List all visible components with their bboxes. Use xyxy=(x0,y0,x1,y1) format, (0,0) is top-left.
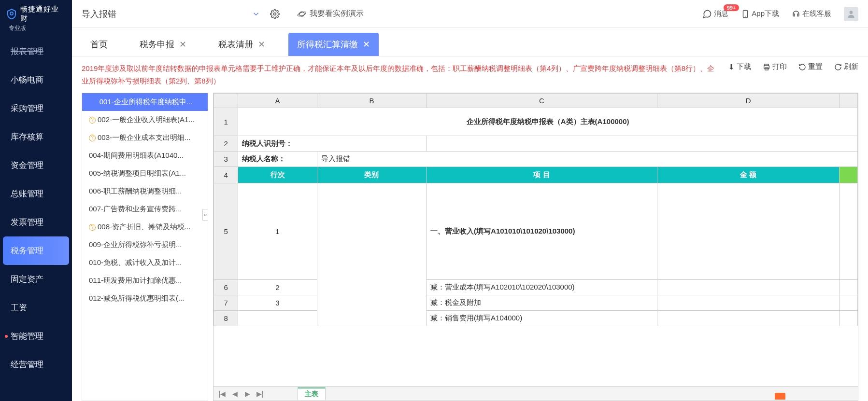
print-button[interactable]: 打印 xyxy=(763,62,787,71)
cell-rownum-3[interactable]: 3 xyxy=(238,295,317,311)
cell-rownum-1[interactable]: 1 xyxy=(238,183,317,280)
form-item-006[interactable]: 006-职工薪酬纳税调整明细... xyxy=(82,182,208,200)
print-icon xyxy=(763,63,770,71)
header-rownum[interactable]: 行次 xyxy=(238,167,317,183)
download-button[interactable]: ⬇下载 xyxy=(728,62,751,71)
reset-icon xyxy=(798,63,806,71)
taxpayer-name-label[interactable]: 纳税人名称： xyxy=(238,152,317,167)
header-category[interactable]: 类别 xyxy=(317,167,426,183)
cell-extra-1[interactable] xyxy=(840,183,858,280)
form-item-010[interactable]: 010-免税、减计收入及加计... xyxy=(82,254,208,272)
form-item-009[interactable]: 009-企业所得税弥补亏损明... xyxy=(82,236,208,254)
form-item-012[interactable]: 012-减免所得税优惠明细表(... xyxy=(82,290,208,307)
col-A[interactable]: A xyxy=(238,94,317,108)
sidebar-item-ledger[interactable]: 总账管理 xyxy=(0,180,72,208)
cell-item-1[interactable]: 一、营业收入(填写A101010\101020\103000) xyxy=(427,183,657,280)
form-item-003[interactable]: ?003-一般企业成本支出明细... xyxy=(82,129,208,147)
sidebar-item-smart[interactable]: 智能管理 xyxy=(0,322,72,350)
form-item-007[interactable]: 007-广告费和业务宣传费跨... xyxy=(82,200,208,218)
sheet-footer: |◀ ◀ ▶ ▶| 主表 xyxy=(213,386,858,401)
prev-icon[interactable]: ◀ xyxy=(231,390,239,398)
message-badge: 99+ xyxy=(724,4,740,11)
row-2[interactable]: 2 xyxy=(214,136,238,152)
cell-amount-2[interactable] xyxy=(657,280,839,295)
cell-category[interactable] xyxy=(317,183,426,326)
message-icon xyxy=(702,9,712,19)
row-4[interactable]: 4 xyxy=(214,167,238,183)
first-icon[interactable]: |◀ xyxy=(218,390,226,398)
cell-extra-2[interactable] xyxy=(840,280,858,295)
cell-amount-4[interactable] xyxy=(657,311,839,326)
row-5[interactable]: 5 xyxy=(214,183,238,280)
col-C[interactable]: C xyxy=(427,94,657,108)
form-item-002[interactable]: ?002-一般企业收入明细表(A1... xyxy=(82,111,208,129)
download-button[interactable]: App下载 xyxy=(741,9,779,18)
tab-home[interactable]: 首页 xyxy=(82,33,116,56)
sidebar-item-purchase[interactable]: 采购管理 xyxy=(0,94,72,123)
chevron-down-icon[interactable] xyxy=(252,10,260,18)
col-B[interactable]: B xyxy=(317,94,426,108)
row-6[interactable]: 6 xyxy=(214,280,238,295)
orange-badge xyxy=(775,393,785,400)
message-button[interactable]: 消息 99+ xyxy=(702,9,728,19)
notice-row: 2019年度涉及取以前年度结转数据的申报表单元格需要手工维护正确，才能保证本年及… xyxy=(72,56,868,91)
sidebar-item-ecommerce[interactable]: 小畅电商 xyxy=(0,66,72,94)
sheet-title[interactable]: 企业所得税年度纳税申报表（A类）主表(A100000) xyxy=(238,108,858,136)
sheet-scroll[interactable]: A B C D 1 企业所得税年度纳税申报表（A类）主表(A100000) xyxy=(213,93,858,386)
sidebar-item-inventory[interactable]: 库存核算 xyxy=(0,123,72,151)
close-icon[interactable]: ✕ xyxy=(363,39,370,50)
header-item[interactable]: 项 目 xyxy=(427,167,657,183)
cell-rownum-4[interactable] xyxy=(238,311,317,326)
content: 2019年度涉及取以前年度结转数据的申报表单元格需要手工维护正确，才能保证本年及… xyxy=(72,56,868,401)
taxpayer-id-value[interactable] xyxy=(427,136,858,152)
refresh-button[interactable]: 刷新 xyxy=(834,62,858,71)
sidebar-item-salary[interactable]: 工资 xyxy=(0,293,72,322)
tab-settlement[interactable]: 所得税汇算清缴✕ xyxy=(288,33,379,56)
form-item-001[interactable]: 001-企业所得税年度纳税申... xyxy=(82,93,208,111)
taxpayer-name-value[interactable]: 导入报错 xyxy=(317,152,857,167)
taxpayer-id-label[interactable]: 纳税人识别号： xyxy=(238,136,427,152)
gear-icon[interactable] xyxy=(270,9,280,19)
form-item-005[interactable]: 005-纳税调整项目明细表(A1... xyxy=(82,165,208,182)
reset-button[interactable]: 重置 xyxy=(798,62,823,71)
sidebar-item-assets[interactable]: 固定资产 xyxy=(0,265,72,293)
row-3[interactable]: 3 xyxy=(214,152,238,167)
last-icon[interactable]: ▶| xyxy=(256,390,264,398)
cell-rownum-2[interactable]: 2 xyxy=(238,280,317,295)
green-cell[interactable] xyxy=(840,167,858,183)
cell-amount-3[interactable] xyxy=(657,295,839,311)
row-1[interactable]: 1 xyxy=(214,108,238,136)
service-button[interactable]: 在线客服 xyxy=(792,9,831,18)
col-D[interactable]: D xyxy=(657,94,839,108)
cell-extra-3[interactable] xyxy=(840,295,858,311)
close-icon[interactable]: ✕ xyxy=(258,39,265,50)
row-8[interactable]: 8 xyxy=(214,311,238,326)
sidebar-item-invoice[interactable]: 发票管理 xyxy=(0,208,72,236)
header-amount[interactable]: 金 额 xyxy=(657,167,839,183)
cell-extra-4[interactable] xyxy=(840,311,858,326)
sheet-tab-main[interactable]: 主表 xyxy=(298,387,326,400)
form-item-008[interactable]: ?008-资产折旧、摊销及纳税... xyxy=(82,218,208,236)
form-item-004[interactable]: 004-期间费用明细表(A1040... xyxy=(82,147,208,165)
row-7[interactable]: 7 xyxy=(214,295,238,311)
sidebar-item-business[interactable]: 经营管理 xyxy=(0,350,72,379)
tab-declare[interactable]: 税务申报✕ xyxy=(131,33,195,56)
sidebar-item-funds[interactable]: 资金管理 xyxy=(0,151,72,180)
collapse-handle[interactable]: ‹‹ xyxy=(202,209,208,221)
form-item-011[interactable]: 011-研发费用加计扣除优惠... xyxy=(82,272,208,290)
next-icon[interactable]: ▶ xyxy=(243,390,251,398)
cell-amount-1[interactable] xyxy=(657,183,839,280)
demo-link[interactable]: 我要看实例演示 xyxy=(297,9,364,19)
col-E[interactable] xyxy=(840,94,858,108)
cell-item-4[interactable]: 减：销售费用(填写A104000) xyxy=(427,311,657,326)
tab-register[interactable]: 税表清册✕ xyxy=(210,33,274,56)
avatar[interactable] xyxy=(844,7,858,21)
sidebar-item-tax[interactable]: 税务管理 xyxy=(3,236,69,265)
workspace: 001-企业所得税年度纳税申... ?002-一般企业收入明细表(A1... ?… xyxy=(72,91,868,401)
corner-cell[interactable] xyxy=(214,94,238,108)
sidebar-item-truncated[interactable]: 报表管理 xyxy=(0,37,72,66)
cell-item-2[interactable]: 减：营业成本(填写A102010\102020\103000) xyxy=(427,280,657,295)
close-icon[interactable]: ✕ xyxy=(179,39,186,50)
cell-item-3[interactable]: 减：税金及附加 xyxy=(427,295,657,311)
svg-point-9 xyxy=(850,11,853,14)
